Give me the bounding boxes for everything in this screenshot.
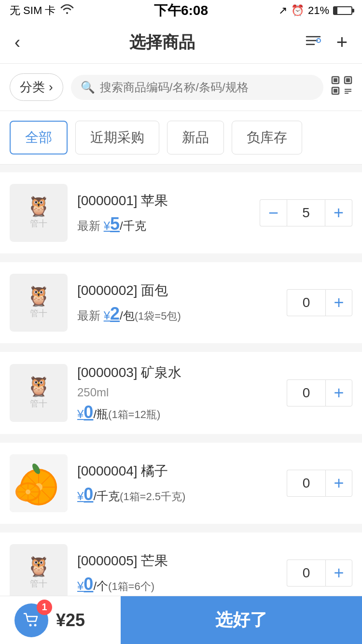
- product-price: 最新 ¥5/千克: [77, 214, 250, 234]
- list-item: 🦉 管十 [0000003] 矿泉水 250ml ¥0/瓶(1箱=12瓶) +: [0, 352, 362, 434]
- product-price: ¥0/千克(1箱=2.5千克): [77, 484, 277, 504]
- svg-point-29: [29, 624, 32, 626]
- tab-recent[interactable]: 近期采购: [75, 121, 159, 154]
- product-image-2: 🦉 管十: [10, 274, 68, 332]
- quantity-control-2: +: [287, 289, 352, 316]
- quantity-plus-button[interactable]: +: [325, 289, 352, 316]
- svg-point-28: [26, 490, 30, 494]
- quantity-plus-button[interactable]: +: [325, 199, 352, 226]
- price-pack: (1箱=12瓶): [108, 408, 160, 420]
- quantity-plus-button[interactable]: +: [325, 379, 352, 406]
- quantity-minus-button[interactable]: −: [260, 199, 287, 226]
- cart-section: 1 ¥25: [0, 603, 121, 637]
- tabs-bar: 全部 近期采购 新品 负库存: [0, 111, 362, 165]
- svg-point-30: [34, 624, 37, 626]
- status-right: ↗ ⏰ 21%: [278, 4, 352, 17]
- tab-all[interactable]: 全部: [10, 121, 68, 154]
- status-bar: 无 SIM 卡 下午6:08 ↗ ⏰ 21%: [0, 0, 362, 21]
- status-time: 下午6:08: [154, 1, 208, 20]
- price-label: 最新: [77, 309, 104, 322]
- product-image-1: 🦉 管十: [10, 184, 68, 242]
- quantity-input[interactable]: [287, 199, 325, 226]
- filter-bar: 分类 › 🔍: [0, 64, 362, 111]
- price-value: 2: [110, 304, 120, 323]
- separator-4: [0, 435, 362, 443]
- svg-rect-8: [346, 78, 350, 82]
- owl-icon: 🦉: [27, 377, 51, 396]
- product-info-4: [0000004] 橘子 ¥0/千克(1箱=2.5千克): [77, 462, 277, 504]
- price-pack: (1袋=5包): [135, 310, 181, 322]
- product-spec: 250ml: [77, 386, 277, 399]
- quantity-input[interactable]: [287, 560, 325, 587]
- page-title: 选择商品: [129, 31, 195, 54]
- product-name: [0000003] 矿泉水: [77, 364, 277, 382]
- price-pack: (1箱=6个): [108, 580, 154, 592]
- price-unit: /包: [120, 309, 135, 322]
- price-value: 0: [84, 402, 93, 422]
- brand-text: 管十: [30, 578, 47, 589]
- list-item: 🦉 管十 [0000002] 面包 最新 ¥2/包(1袋=5包) +: [0, 262, 362, 343]
- quantity-control-3: +: [287, 379, 352, 406]
- quantity-control-1: − +: [260, 199, 352, 226]
- wifi-icon: [60, 4, 74, 17]
- price-currency: ¥: [77, 579, 84, 592]
- separator-3: [0, 344, 362, 352]
- svg-rect-9: [334, 89, 337, 93]
- owl-icon: 🦉: [27, 196, 51, 216]
- tab-new[interactable]: 新品: [167, 121, 224, 154]
- add-icon[interactable]: +: [336, 31, 348, 53]
- brand-text: 管十: [30, 218, 47, 229]
- quantity-input[interactable]: [287, 379, 325, 406]
- product-list: 🦉 管十 [0000001] 苹果 最新 ¥5/千克 − + 🦉 管十 [: [0, 172, 362, 644]
- search-icon: 🔍: [81, 81, 95, 94]
- separator-5: [0, 525, 362, 532]
- search-input[interactable]: [100, 81, 314, 94]
- tab-negative[interactable]: 负库存: [232, 121, 302, 154]
- price-unit: /千克: [93, 490, 120, 503]
- product-price: ¥0/瓶(1箱=12瓶): [77, 402, 277, 422]
- price-pack: (1箱=2.5千克): [120, 490, 185, 503]
- price-unit: /千克: [120, 219, 146, 232]
- list-item: 🦉 管十 [0000001] 苹果 最新 ¥5/千克 − +: [0, 172, 362, 253]
- quantity-plus-button[interactable]: +: [325, 470, 352, 497]
- product-image-3: 🦉 管十: [10, 364, 68, 422]
- cart-icon-wrap[interactable]: 1: [14, 603, 48, 637]
- carrier-label: 无 SIM 卡: [10, 3, 56, 18]
- location-icon: ↗: [278, 4, 287, 17]
- bottom-bar: 1 ¥25 选好了: [0, 596, 362, 644]
- back-button[interactable]: ‹: [14, 32, 20, 53]
- separator-1: [0, 165, 362, 172]
- owl-icon: 🦉: [27, 286, 51, 306]
- status-left: 无 SIM 卡: [10, 3, 74, 18]
- product-price: ¥0/个(1箱=6个): [77, 574, 277, 594]
- quantity-control-5: +: [287, 560, 352, 587]
- price-currency: ¥: [104, 309, 110, 322]
- product-info-2: [0000002] 面包 最新 ¥2/包(1袋=5包): [77, 281, 277, 324]
- product-name: [0000005] 芒果: [77, 552, 277, 570]
- price-value: 0: [84, 574, 93, 594]
- category-label: 分类: [20, 79, 45, 96]
- brand-text: 管十: [30, 308, 47, 319]
- product-image-4: [10, 454, 68, 512]
- category-button[interactable]: 分类 ›: [10, 73, 63, 101]
- battery-percent: 21%: [308, 4, 329, 17]
- battery-icon: [333, 6, 352, 15]
- cart-badge: 1: [37, 600, 52, 615]
- price-value: 5: [110, 214, 120, 234]
- scan-icon[interactable]: [331, 76, 352, 99]
- quantity-input[interactable]: [287, 470, 325, 497]
- product-name: [0000004] 橘子: [77, 462, 277, 480]
- placeholder-img: 🦉 管十: [10, 184, 68, 242]
- filter-icon[interactable]: [305, 33, 322, 52]
- separator-2: [0, 254, 362, 262]
- brand-text: 管十: [30, 398, 47, 409]
- price-currency: ¥: [77, 407, 84, 420]
- quantity-input[interactable]: [287, 289, 325, 316]
- product-price: 最新 ¥2/包(1袋=5包): [77, 304, 277, 324]
- confirm-button[interactable]: 选好了: [121, 596, 362, 644]
- cart-total: ¥25: [56, 610, 85, 630]
- placeholder-img: 🦉 管十: [10, 364, 68, 422]
- quantity-plus-button[interactable]: +: [325, 560, 352, 587]
- price-label: 最新: [77, 219, 104, 232]
- price-currency: ¥: [77, 490, 84, 503]
